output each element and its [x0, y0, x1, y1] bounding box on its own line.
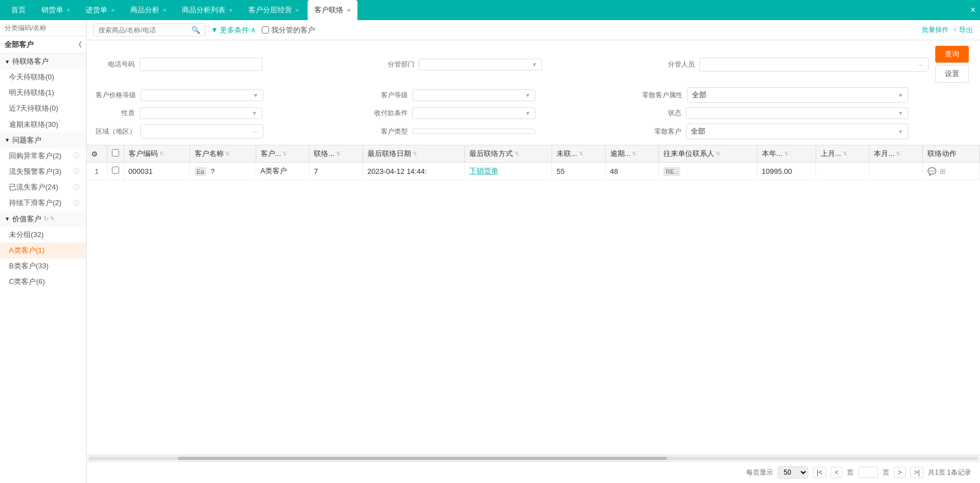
- first-page-btn[interactable]: |<: [813, 467, 826, 478]
- filter-region-select[interactable]: ···: [140, 124, 263, 139]
- edit-icon[interactable]: ✎: [50, 215, 55, 222]
- filter-row-2: 客户价格等级 ▼ 客户等级 ▼ 零散客户属性 全部: [96, 87, 971, 103]
- sort-name-icon[interactable]: ⇅: [225, 151, 230, 157]
- tab-customer-segment-label: 客户分层经营: [248, 5, 292, 15]
- sidebar-item-today-contact[interactable]: 今天待联络(0): [0, 69, 86, 85]
- filter-region-dots[interactable]: ···: [252, 127, 258, 136]
- th-last-contact-date: 最后联络日期 ⇅: [362, 145, 464, 163]
- sort-last-method-icon[interactable]: ⇅: [515, 151, 519, 157]
- filter-price-level-select[interactable]: ▼: [140, 89, 263, 101]
- window-close-icon[interactable]: ×: [970, 5, 976, 15]
- filter-person-select[interactable]: ···: [699, 58, 929, 72]
- filter-search-input[interactable]: [98, 26, 191, 34]
- chat-action-icon[interactable]: 💬: [927, 167, 936, 176]
- sort-last-date-icon[interactable]: ⇅: [413, 151, 417, 157]
- sort-contact-count-icon[interactable]: ⇅: [336, 151, 341, 157]
- sidebar-search-input[interactable]: [4, 24, 87, 32]
- tab-goods-analysis-list-close[interactable]: ×: [229, 7, 232, 13]
- sidebar-item-7days-contact[interactable]: 近7天待联络(0): [0, 101, 86, 116]
- last-page-btn[interactable]: >|: [910, 467, 924, 478]
- refresh-icon[interactable]: ↻: [44, 215, 49, 222]
- settings-btn[interactable]: 设置: [935, 65, 969, 83]
- query-actions: 查询 设置: [935, 46, 971, 83]
- sort-no-contact-icon[interactable]: ⇅: [579, 151, 583, 157]
- th-name: 客户名称 ⇅: [190, 145, 256, 163]
- filter-zero-retail-attr-select[interactable]: 全部 ▼: [687, 87, 908, 103]
- sidebar-collapse-icon[interactable]: 《: [75, 40, 82, 50]
- arrow-icon-3: ▼: [4, 216, 10, 222]
- sort-this-year-icon[interactable]: ⇅: [784, 151, 789, 157]
- page-input[interactable]: 1: [858, 467, 878, 478]
- unit-contact-tag: RE .: [663, 167, 680, 176]
- filter-nature-select[interactable]: ▼: [139, 107, 262, 119]
- filter-zero-retail-select[interactable]: 全部 ▼: [686, 124, 908, 139]
- next-page-btn[interactable]: >: [894, 467, 906, 478]
- filter-phone-input[interactable]: [139, 58, 262, 71]
- tab-sales-close[interactable]: ×: [67, 7, 70, 13]
- prev-page-btn[interactable]: <: [831, 467, 842, 478]
- sidebar-item-class-c[interactable]: C类客户(6): [0, 274, 86, 290]
- row-checkbox[interactable]: [112, 167, 119, 174]
- tab-goods-analysis-list[interactable]: 商品分析列表 ×: [175, 0, 239, 20]
- sidebar-group-problem-customers[interactable]: ▼ 问题客户: [0, 132, 86, 148]
- tab-customer-segment[interactable]: 客户分层经营 ×: [242, 0, 305, 20]
- tab-purchase-close[interactable]: ×: [111, 7, 114, 13]
- my-customers-checkbox[interactable]: [262, 26, 269, 34]
- sort-last-month-icon[interactable]: ⇅: [843, 151, 847, 157]
- sort-type-icon[interactable]: ⇅: [282, 151, 287, 157]
- last-method-link[interactable]: 下销货单: [469, 167, 498, 175]
- tab-home[interactable]: 首页: [4, 0, 32, 20]
- export-icon: ↑: [953, 26, 957, 34]
- filter-search-icon[interactable]: 🔍: [191, 26, 200, 34]
- sidebar-item-churn-warning[interactable]: 流失预警客户(3) ⓘ: [0, 164, 86, 179]
- sidebar-item-tomorrow-contact[interactable]: 明天待联络(1): [0, 85, 86, 101]
- filter-more-btn[interactable]: ▼ 更多条件 ∧: [211, 25, 256, 35]
- filter-customer-level-select[interactable]: ▼: [412, 89, 535, 101]
- horizontal-scrollbar[interactable]: [87, 454, 980, 461]
- sidebar-item-churned[interactable]: 已流失客户(24) ⓘ: [0, 179, 86, 195]
- tab-sales[interactable]: 销货单 ×: [35, 0, 77, 20]
- gear-icon[interactable]: ⚙: [91, 150, 98, 158]
- customer-table: ⚙ 客户编码 ⇅: [87, 145, 980, 180]
- cell-contact-count: 7: [309, 163, 363, 180]
- select-all-checkbox[interactable]: [112, 149, 119, 157]
- grid-action-icon[interactable]: ⊞: [940, 167, 946, 176]
- export-btn[interactable]: ↑ 导出: [953, 25, 973, 35]
- info-icon-4: ⓘ: [73, 199, 79, 207]
- filter-status-select[interactable]: ▼: [686, 107, 908, 119]
- filter-customer-type-select[interactable]: [412, 129, 535, 134]
- cell-last-month: [816, 163, 869, 180]
- payment-dropdown-icon: ▼: [525, 110, 530, 116]
- sidebar-item-repurchase-abnormal[interactable]: 回购异常客户(2) ⓘ: [0, 148, 86, 164]
- per-page-select[interactable]: 50 100 200: [778, 466, 808, 479]
- scrollbar-thumb[interactable]: [178, 457, 667, 460]
- sidebar-group-pending-contact[interactable]: ▼ 待联络客户: [0, 54, 86, 69]
- sort-code-icon[interactable]: ⇅: [159, 151, 164, 157]
- filter-payment-select[interactable]: ▼: [412, 107, 535, 119]
- query-btn[interactable]: 查询: [935, 46, 969, 63]
- sidebar-all-customers-label: 全部客户: [4, 40, 34, 50]
- filter-region-label: 区域（地区）: [96, 127, 136, 136]
- filter-person-dots[interactable]: ···: [917, 60, 924, 69]
- sidebar-item-class-a[interactable]: A类客户(1): [0, 243, 86, 258]
- sidebar-item-ungrouped[interactable]: 未分组(32): [0, 227, 86, 243]
- sidebar-item-class-b[interactable]: B类客户(33): [0, 258, 86, 274]
- tab-goods-analysis[interactable]: 商品分析 ×: [124, 0, 173, 20]
- tab-customer-contact[interactable]: 客户联络 ×: [308, 0, 357, 20]
- table-scroll[interactable]: ⚙ 客户编码 ⇅: [87, 145, 980, 454]
- sort-unit-contact-icon[interactable]: ⇅: [716, 151, 720, 157]
- tab-purchase[interactable]: 进货单 ×: [79, 0, 121, 20]
- tab-customer-contact-close[interactable]: ×: [347, 7, 350, 13]
- sidebar-item-declining[interactable]: 持续下滑客户(2) ⓘ: [0, 195, 86, 211]
- sort-this-month-icon[interactable]: ⇅: [896, 151, 901, 157]
- sort-overdue-icon[interactable]: ⇅: [632, 151, 637, 157]
- filter-person-label: 分管人员: [656, 60, 695, 69]
- sidebar-item-overdue-contact[interactable]: 逾期未联络(30): [0, 117, 86, 132]
- sidebar-group-value-customers[interactable]: ▼ 价值客户 ↻ ✎: [0, 211, 86, 227]
- tab-goods-analysis-list-label: 商品分析列表: [182, 5, 225, 15]
- filter-dept-select[interactable]: ▼: [419, 59, 542, 70]
- batch-ops-btn[interactable]: 批量操作: [922, 25, 949, 35]
- filter-nature-label: 性质: [96, 108, 135, 118]
- tab-goods-analysis-close[interactable]: ×: [163, 7, 166, 13]
- tab-customer-segment-close[interactable]: ×: [295, 7, 299, 13]
